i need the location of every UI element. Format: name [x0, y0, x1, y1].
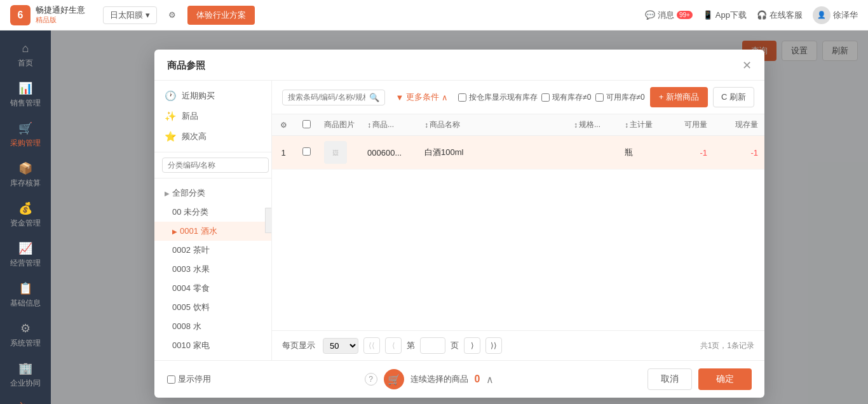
main-layout: ⌂ 首页 📊 销售管理 🛒 采购管理 📦 库存核算 💰 资金管理 📈 经营管理 …: [0, 30, 868, 404]
logo-icon: 6: [10, 5, 31, 25]
inventory-icon: 📦: [18, 161, 32, 175]
tree-item-wine[interactable]: ▶ 0001 酒水: [154, 222, 271, 241]
sidebar-item-inventory[interactable]: 📦 库存核算: [0, 155, 51, 195]
row-code: 000600...: [361, 136, 418, 170]
tree-item-uncat[interactable]: 00 未分类: [154, 203, 271, 222]
product-search-input[interactable]: [288, 93, 365, 102]
checkbox-avail-nonzero-input[interactable]: [595, 93, 604, 102]
operations-icon: 📈: [18, 241, 32, 255]
cart-label: 连续选择的商品: [410, 374, 468, 385]
left-panel: 🕐 近期购买 ✨ 新品 ⭐ 频次高: [154, 81, 272, 360]
category-search-input[interactable]: [162, 158, 269, 173]
th-code: ↕ 商品...: [361, 114, 418, 136]
modal-footer: 显示停用 ? 🛒 连续选择的商品 0 ∧ 取消 确定: [154, 360, 764, 398]
last-page-button[interactable]: ⟩⟩: [485, 337, 502, 354]
left-panel-collapse-button[interactable]: 《: [265, 208, 272, 233]
modal-title: 商品参照: [167, 60, 205, 72]
checkbox-stock-nonzero[interactable]: 现有库存≠0: [541, 92, 591, 103]
toolbar: 🔍 ▼ 更多条件 ∧ 按仓库显示现有库存: [272, 81, 764, 114]
headset-icon: 🎧: [757, 10, 767, 20]
checkbox-avail-nonzero[interactable]: 可用库存≠0: [595, 92, 645, 103]
page-number-input[interactable]: 1: [420, 337, 445, 354]
filter-button[interactable]: ▼ 更多条件 ∧: [390, 89, 453, 105]
sidebar-item-operations[interactable]: 📈 经营管理: [0, 235, 51, 275]
product-search-icon[interactable]: 🔍: [369, 93, 379, 102]
user-nav-item[interactable]: 👤 徐泽华: [813, 6, 858, 24]
tab-new-products[interactable]: ✨ 新品: [154, 106, 271, 126]
tree-item-water[interactable]: 0008 水: [154, 317, 271, 336]
tab-recent-purchase[interactable]: 🕐 近期购买: [154, 86, 271, 106]
service-nav-item[interactable]: 🎧 在线客服: [757, 10, 803, 21]
add-product-button[interactable]: + 新增商品: [650, 87, 708, 107]
sidebar-item-home[interactable]: ⌂ 首页: [0, 36, 51, 75]
messages-nav-item[interactable]: 💬 消息 99+: [645, 10, 693, 21]
column-settings-icon[interactable]: ⚙: [280, 121, 287, 130]
settings-icon[interactable]: ⚙: [162, 5, 182, 25]
page-label: 第: [407, 340, 415, 351]
th-checkbox: [295, 114, 318, 136]
prev-page-button[interactable]: ⟨: [385, 337, 402, 354]
th-stock: 现存量: [714, 114, 764, 136]
tree-item-appliance[interactable]: 0010 家电: [154, 336, 271, 355]
app-subtitle: 精品版: [36, 15, 85, 25]
pagination: 每页显示 50 10 20 100 ⟨⟨ ⟨ 第 1 页: [272, 330, 764, 360]
sidebar-item-sales[interactable]: 📊 销售管理: [0, 75, 51, 115]
finance-icon: 💰: [18, 201, 32, 215]
th-avail: 可用量: [663, 114, 714, 136]
next-page-button[interactable]: ⟩: [464, 337, 480, 354]
checkbox-by-warehouse[interactable]: 按仓库显示现有库存: [458, 92, 538, 103]
th-image: 商品图片: [318, 114, 361, 136]
checkbox-stock-nonzero-input[interactable]: [541, 93, 550, 102]
sales-icon: 📊: [18, 81, 32, 95]
tab-frequent[interactable]: ⭐ 频次高: [154, 126, 271, 147]
row-image-cell: 🖼: [318, 136, 361, 170]
filter-chevron-icon: ∧: [442, 93, 448, 102]
nav-dropdown[interactable]: 日太阳膜 ▾: [103, 6, 157, 24]
help-icon-button[interactable]: ?: [365, 373, 377, 386]
first-page-button[interactable]: ⟨⟨: [363, 337, 380, 354]
sidebar-item-collab[interactable]: 🏢 企业协同: [0, 355, 51, 395]
basic-icon: 📋: [18, 281, 32, 295]
tree-arrow-all: ▶: [165, 190, 170, 197]
sidebar-item-guide[interactable]: 🔖 新手引导: [0, 395, 51, 404]
show-disabled-checkbox[interactable]: [167, 375, 175, 384]
footer-right: 取消 确定: [648, 368, 752, 390]
tree-item-fruit[interactable]: 0003 水果: [154, 260, 271, 279]
logo-area: 6 畅捷通好生意 精品版: [10, 5, 93, 25]
select-all-checkbox[interactable]: [302, 120, 311, 128]
sidebar-item-basic[interactable]: 📋 基础信息: [0, 275, 51, 315]
system-icon: ⚙: [20, 321, 31, 335]
tree-item-all[interactable]: ▶ 全部分类: [154, 184, 271, 203]
product-table-area: ⚙ 商品图片: [272, 114, 764, 330]
product-search-box[interactable]: 🔍: [282, 90, 385, 105]
th-settings: ⚙: [272, 114, 295, 136]
mobile-icon: 📱: [703, 10, 713, 20]
sidebar-item-finance[interactable]: 💰 资金管理: [0, 195, 51, 235]
cart-count: 0: [475, 374, 480, 385]
checkbox-by-warehouse-input[interactable]: [458, 93, 466, 102]
tree-item-drink[interactable]: 0005 饮料: [154, 298, 271, 317]
tree-item-tea[interactable]: 0002 茶叶: [154, 241, 271, 260]
row-spec: [567, 136, 618, 170]
sort-icon-unit: ↕: [625, 121, 628, 130]
cancel-button[interactable]: 取消: [648, 368, 692, 390]
sidebar-item-system[interactable]: ⚙ 系统管理: [0, 315, 51, 355]
product-thumbnail: 🖼: [324, 141, 347, 164]
table-row[interactable]: 1 🖼: [272, 136, 764, 170]
home-icon: ⌂: [22, 42, 29, 55]
tree-item-snack[interactable]: 0004 零食: [154, 279, 271, 298]
filter-icon: ▼: [395, 93, 403, 102]
modal-close-button[interactable]: ✕: [742, 58, 752, 72]
cart-icon-button[interactable]: 🛒: [384, 369, 404, 389]
confirm-button[interactable]: 确定: [698, 368, 752, 390]
sidebar-item-purchase[interactable]: 🛒 采购管理: [0, 115, 51, 155]
experience-button[interactable]: 体验行业方案: [187, 6, 255, 25]
modal-body: 🕐 近期购买 ✨ 新品 ⭐ 频次高: [154, 81, 764, 360]
collapse-up-icon[interactable]: ∧: [486, 374, 494, 386]
row-checkbox[interactable]: [302, 147, 311, 156]
show-disabled-checkbox-label[interactable]: 显示停用: [167, 374, 211, 385]
refresh-button[interactable]: C 刷新: [713, 87, 754, 107]
page-size-select[interactable]: 50 10 20 100: [323, 338, 358, 354]
recent-icon: 🕐: [165, 90, 177, 102]
app-download-nav-item[interactable]: 📱 App下载: [703, 10, 747, 21]
